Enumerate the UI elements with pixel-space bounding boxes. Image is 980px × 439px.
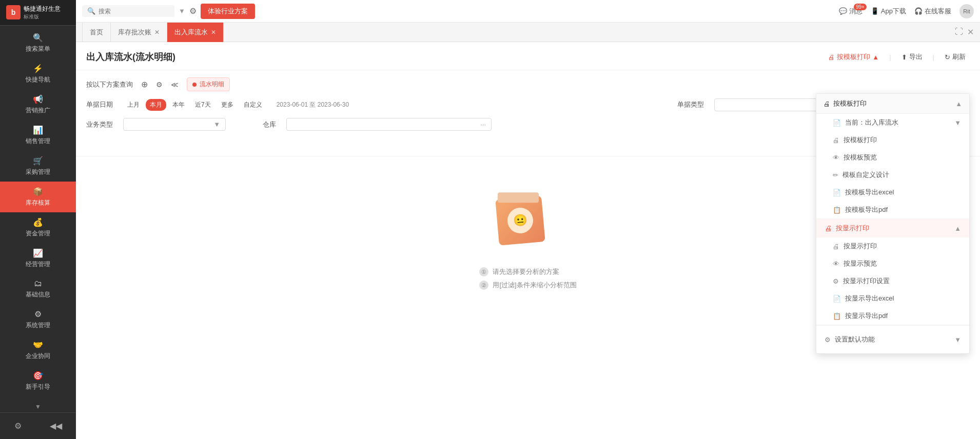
sidebar-item-apps[interactable]: 🔲 应用中心: [0, 396, 76, 401]
filter-row-1: 按以下方案查询 ⊕ ⚙ ≪ 流水明细: [86, 77, 970, 91]
online-service-button[interactable]: 🎧 在线客服: [914, 7, 951, 16]
tab-maximize-icon[interactable]: ⛶: [955, 27, 963, 37]
date-tab-lastmonth[interactable]: 上月: [123, 99, 144, 111]
search-input[interactable]: [99, 8, 160, 15]
sidebar-item-collab[interactable]: 🤝 企业协同: [0, 335, 76, 366]
dropdown-item-display-print[interactable]: 🖨 按显示打印: [816, 237, 969, 255]
dropdown-template-section: 🖨 按模板打印 👁 按模板预览 ✏ 模板自定义设计 📄 按模板导出excel: [816, 131, 969, 219]
search-icon: 🔍: [87, 7, 95, 15]
dropdown-item-template-print[interactable]: 🖨 按模板打印: [816, 131, 969, 149]
dropdown-item-template-design[interactable]: ✏ 模板自定义设计: [816, 166, 969, 184]
dropdown-item-display-preview[interactable]: 👁 按显示预览: [816, 255, 969, 272]
tab-flow[interactable]: 出入库流水 ✕: [167, 23, 224, 42]
divider1: |: [889, 53, 891, 61]
topbar-gear-icon[interactable]: ⚙: [189, 6, 197, 16]
chart-icon: 📊: [33, 125, 43, 135]
date-tab-thismonth[interactable]: 本月: [146, 99, 166, 111]
date-tab-thisyear[interactable]: 本年: [168, 99, 189, 111]
footer-chevron-icon: ▼: [954, 336, 961, 344]
print-icon: 🖨: [833, 136, 839, 144]
tag-dot: [192, 83, 197, 87]
dropdown-item-display-pdf[interactable]: 📋 按显示导出pdf: [816, 307, 969, 325]
filter-add-icon[interactable]: ⊕: [141, 79, 148, 89]
page-header: 出入库流水(流水明细) 🖨 按模板打印 ▲ | ⬆ 导出 | ↻: [76, 42, 980, 70]
export-button[interactable]: ⬆ 导出: [897, 50, 927, 64]
filter-settings-icon[interactable]: ⚙: [156, 81, 163, 89]
date-label: 单据日期: [86, 100, 113, 109]
scroll-down-btn[interactable]: ▼: [35, 403, 41, 410]
folder-icon: 🗂: [34, 279, 42, 288]
printer-icon: 🖨: [828, 53, 835, 61]
content-area: 出入库流水(流水明细) 🖨 按模板打印 ▲ | ⬆ 导出 | ↻: [76, 42, 980, 439]
dropdown-display-section-header[interactable]: 🖨 按显示打印 ▲: [816, 219, 969, 237]
refresh-button[interactable]: ↻ 刷新: [940, 50, 970, 64]
tip-num-1: ①: [479, 267, 488, 276]
tab-batch-close[interactable]: ✕: [154, 29, 160, 36]
warehouse-label: 仓库: [263, 120, 276, 129]
trending-icon: 📈: [33, 248, 43, 258]
dropdown-header: 🖨 按模板打印 ▲: [816, 94, 969, 114]
date-tab-7days[interactable]: 近7天: [191, 99, 215, 111]
pdf-icon: 📋: [833, 206, 841, 214]
date-range: 2023-06-01 至 2023-06-30: [277, 101, 349, 109]
collapse-icon[interactable]: ◀◀: [47, 418, 65, 434]
headset-icon: 🎧: [914, 7, 923, 15]
sidebar-item-search[interactable]: 🔍 搜索菜单: [0, 28, 76, 58]
biztype-select[interactable]: ▼: [123, 118, 226, 131]
message-button[interactable]: 💬 消息 99+: [839, 7, 863, 16]
display-excel-icon: 📄: [833, 295, 841, 303]
print-template-button[interactable]: 🖨 按模板打印 ▲: [824, 50, 883, 64]
display-pdf-icon: 📋: [833, 312, 841, 320]
tab-home[interactable]: 首页: [82, 23, 111, 42]
divider2: |: [933, 53, 934, 61]
empty-tip-1: ① 请先选择要分析的方案: [479, 267, 576, 276]
app-download-button[interactable]: 📱 App下载: [871, 7, 906, 16]
tab-close-all-icon[interactable]: ✕: [967, 27, 974, 37]
sidebar-item-purchase[interactable]: 🛒 采购管理: [0, 151, 76, 182]
search-chevron-icon[interactable]: ▼: [179, 7, 185, 15]
sidebar-item-system[interactable]: ⚙ 系统管理: [0, 304, 76, 335]
dropdown-item-display-excel[interactable]: 📄 按显示导出excel: [816, 290, 969, 307]
dropdown-item-display-settings[interactable]: ⚙ 按显示打印设置: [816, 272, 969, 290]
dropdown-item-template-pdf[interactable]: 📋 按模板导出pdf: [816, 201, 969, 218]
dropdown-up-arrow[interactable]: ▲: [955, 100, 962, 108]
user-avatar[interactable]: Rit: [959, 4, 974, 18]
topbar-search-box[interactable]: 🔍: [82, 5, 174, 17]
set-default-button[interactable]: ⚙ 设置默认功能 ▼: [825, 331, 961, 348]
filter-tag-shuimingxi[interactable]: 流水明细: [187, 77, 230, 91]
warehouse-select[interactable]: ···: [286, 118, 492, 131]
dropdown-item-template-excel[interactable]: 📄 按模板导出excel: [816, 184, 969, 201]
avatar-image: Rit: [959, 4, 974, 18]
sidebar-item-finance[interactable]: 💰 资金管理: [0, 212, 76, 243]
date-tab-more[interactable]: 更多: [217, 99, 238, 111]
settings-icon[interactable]: ⚙: [11, 418, 25, 434]
date-tab-custom[interactable]: 自定义: [240, 99, 266, 111]
filter-label: 按以下方案查询: [86, 80, 133, 89]
sidebar-item-basic[interactable]: 🗂 基础信息: [0, 274, 76, 304]
sidebar-item-sales[interactable]: 📊 销售管理: [0, 120, 76, 151]
tab-batch[interactable]: 库存批次账 ✕: [111, 23, 167, 42]
refresh-icon: ↻: [945, 53, 950, 61]
logo-text: 畅捷通好生意 标准版: [24, 5, 61, 20]
sidebar-item-guide[interactable]: 🎯 新手引导: [0, 366, 76, 396]
dropdown-item-template-preview[interactable]: 👁 按模板预览: [816, 149, 969, 166]
display-settings-icon: ⚙: [833, 277, 839, 285]
trial-button[interactable]: 体验行业方案: [201, 4, 255, 19]
dropdown-title: 🖨 按模板打印: [824, 99, 867, 108]
handshake-icon: 🤝: [33, 340, 43, 350]
tab-flow-close[interactable]: ✕: [211, 29, 216, 36]
page-title: 出入库流水(流水明细): [86, 51, 175, 63]
message-icon: 💬: [839, 7, 847, 15]
sidebar-item-inventory[interactable]: 📦 库存核算: [0, 182, 76, 212]
biztype-chevron-icon: ▼: [213, 121, 220, 128]
dropdown-current-item[interactable]: 📄 当前：出入库流水 ▼: [816, 114, 969, 131]
filter-collapse-icon[interactable]: ≪: [171, 81, 179, 89]
empty-box-graphic: 😐: [495, 195, 545, 246]
page-actions: 🖨 按模板打印 ▲ | ⬆ 导出 | ↻ 刷新: [824, 50, 970, 64]
design-icon: ✏: [833, 171, 838, 179]
sidebar-scroll-down[interactable]: ▼: [0, 401, 76, 412]
sidebar-item-quicknav[interactable]: ⚡ 快捷导航: [0, 58, 76, 89]
tab-end-icons: ⛶ ✕: [955, 27, 974, 37]
sidebar-item-operation[interactable]: 📈 经营管理: [0, 243, 76, 274]
sidebar-item-marketing[interactable]: 📢 营销推广: [0, 89, 76, 120]
